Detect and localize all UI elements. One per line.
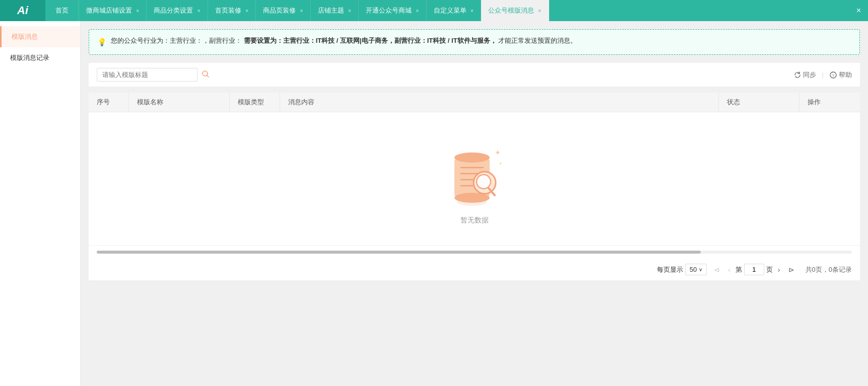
col-header-status: 状态 [719, 93, 799, 112]
close-product-page-tab[interactable]: × [300, 8, 303, 14]
close-shop-theme-tab[interactable]: × [348, 8, 351, 14]
page-number-input[interactable] [744, 264, 764, 275]
sync-button[interactable]: 同步 [794, 70, 816, 80]
scrollbar-thumb [97, 251, 701, 254]
notice-banner: 💡 您的公众号行业为：主营行业：，副营行业： 需要设置为：主营行业：IT科技 /… [89, 29, 860, 55]
close-product-category-tab[interactable]: × [197, 8, 200, 14]
close-template-msg-tab[interactable]: × [538, 8, 541, 14]
page-navigation: ⊲ ‹ 第 页 › ⊳ [711, 264, 797, 275]
nav-tab-template-msg[interactable]: 公众号模版消息 × [481, 0, 549, 21]
notice-text: 您的公众号行业为：主营行业：，副营行业： 需要设置为：主营行业：IT科技 / 互… [111, 36, 577, 46]
close-open-mall-tab[interactable]: × [416, 8, 419, 14]
nav-tab-product-page[interactable]: 商品页装修 × [256, 0, 310, 21]
col-header-name: 模版名称 [129, 93, 230, 112]
close-home-decor-tab[interactable]: × [245, 8, 248, 14]
col-header-content: 消息内容 [280, 93, 719, 112]
nav-tab-open-mall[interactable]: 开通公众号商城 × [359, 0, 426, 21]
sidebar-item-template-record[interactable]: 模版消息记录 [0, 47, 80, 68]
svg-text:✦: ✦ [499, 161, 503, 166]
search-button[interactable] [202, 70, 210, 80]
divider: | [822, 71, 824, 79]
prev-page-button[interactable]: ‹ [725, 265, 733, 275]
nav-tab-custom-menu[interactable]: 自定义菜单 × [427, 0, 481, 21]
nav-tab-wechat-shop[interactable]: 微商城店铺设置 × [79, 0, 147, 21]
app-logo: Ai [0, 0, 45, 21]
help-button[interactable]: ? 帮助 [830, 70, 852, 80]
close-wechat-shop-tab[interactable]: × [136, 8, 139, 14]
data-table: 序号 模版名称 模版类型 消息内容 状态 操作 [89, 93, 860, 280]
svg-point-13 [477, 175, 491, 189]
next-page-button[interactable]: › [775, 265, 783, 275]
nav-tab-home-decor[interactable]: 首页装修 × [208, 0, 256, 21]
search-left [97, 68, 210, 82]
main-layout: 模版消息 模版消息记录 💡 您的公众号行业为：主营行业：，副营行业： 需要设置为… [0, 21, 868, 386]
empty-text: 暂无数据 [460, 216, 489, 225]
nav-tab-home[interactable]: 首页 [45, 0, 79, 21]
pagination: 每页显示 50 ∨ ⊲ ‹ 第 页 › ⊳ 共0页，0条记录 [89, 259, 860, 280]
scrollbar-area [89, 245, 860, 259]
table-header: 序号 模版名称 模版类型 消息内容 状态 操作 [89, 93, 860, 112]
search-bar: 同步 | ? 帮助 [89, 63, 860, 87]
nav-tab-list: 首页 微商城店铺设置 × 商品分类设置 × 首页装修 × 商品页装修 × 店铺主… [45, 0, 849, 21]
last-page-button[interactable]: ⊳ [785, 265, 797, 275]
search-right: 同步 | ? 帮助 [794, 70, 852, 80]
col-header-type: 模版类型 [230, 93, 280, 112]
page-size-dropdown[interactable]: 50 ∨ [685, 264, 707, 275]
sidebar: 模版消息 模版消息记录 [0, 21, 81, 386]
svg-text:✦: ✦ [495, 148, 501, 157]
notice-highlight: 需要设置为：主营行业：IT科技 / 互联网|电子商务，副营行业：IT科技 / I… [244, 37, 497, 44]
page-size-selector: 每页显示 50 ∨ [657, 264, 707, 275]
svg-text:?: ? [832, 73, 835, 78]
main-content: 💡 您的公众号行业为：主营行业：，副营行业： 需要设置为：主营行业：IT科技 /… [81, 21, 868, 386]
svg-point-6 [454, 152, 490, 163]
notice-icon: 💡 [97, 36, 107, 48]
page-total: 共0页，0条记录 [806, 265, 852, 274]
nav-tab-product-category[interactable]: 商品分类设置 × [147, 0, 208, 21]
empty-state: ✦ ✦ 暂无数据 [89, 112, 860, 245]
scrollbar-track[interactable] [97, 251, 852, 254]
search-input[interactable] [97, 68, 197, 82]
svg-line-1 [207, 75, 209, 77]
sidebar-item-template-msg[interactable]: 模版消息 [0, 26, 80, 47]
nav-tab-shop-theme[interactable]: 店铺主题 × [311, 0, 359, 21]
empty-illustration: ✦ ✦ [444, 142, 505, 208]
top-navigation: Ai 首页 微商城店铺设置 × 商品分类设置 × 首页装修 × 商品页装修 × … [0, 0, 868, 21]
chevron-down-icon: ∨ [699, 267, 702, 272]
col-header-action: 操作 [799, 93, 860, 112]
first-page-button[interactable]: ⊲ [711, 265, 723, 275]
close-all-tabs-button[interactable]: × [849, 6, 868, 15]
col-header-seq: 序号 [89, 93, 129, 112]
close-custom-menu-tab[interactable]: × [471, 8, 474, 14]
